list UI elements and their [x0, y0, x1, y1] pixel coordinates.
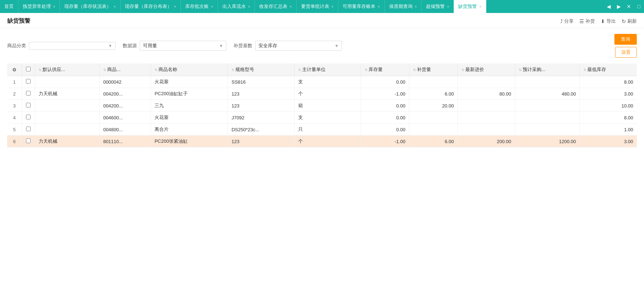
data-table: ⚙⇅默认供应...⇅商品...⇅商品名称⇅规格型号⇅主计量单位⇅库存量⇅补货量⇅…	[7, 63, 637, 147]
th-label-supplier: 默认供应...	[43, 66, 65, 73]
table-row: 5004800...离合片DS250*23c...只0.001.00	[7, 124, 637, 136]
refresh-button[interactable]: ↻ 刷新	[622, 18, 637, 25]
export-button[interactable]: ⬇ 导出	[601, 18, 616, 25]
tab-close-demand[interactable]: ×	[331, 4, 334, 9]
cell-supplier-1: 力天机械	[39, 91, 57, 96]
tab-expiry[interactable]: 保质期查询×	[385, 0, 422, 13]
tab-prev-button[interactable]: ◀	[604, 0, 614, 13]
tab-close-available[interactable]: ×	[378, 4, 380, 9]
th-label-estimated_purchase: 预计采购...	[523, 66, 545, 73]
cell-replenish-1: 6.00	[445, 91, 454, 97]
th-gear: ⚙	[7, 63, 22, 76]
tab-next-button[interactable]: ▶	[614, 0, 624, 13]
row-checkbox-2[interactable]	[26, 103, 31, 107]
tab-close-shortage[interactable]: ×	[479, 4, 481, 9]
cell-stock-1: -1.00	[395, 91, 405, 97]
table-row: 4004600...火花塞J7092支0.008.00	[7, 112, 637, 124]
export-icon: ⬇	[601, 18, 605, 24]
tab-available[interactable]: 可用量库存账本×	[338, 0, 384, 13]
tab-shortage[interactable]: 缺货预警×	[454, 0, 486, 13]
sort-icon-unit: ⇅	[298, 68, 301, 72]
page-title: 缺货预警	[7, 17, 30, 25]
share-button[interactable]: ⤴ 分享	[560, 18, 574, 25]
tab-close-inout[interactable]: ×	[248, 4, 250, 9]
th-spec[interactable]: ⇅规格型号	[228, 63, 295, 76]
datasource-value: 可用量	[143, 43, 157, 49]
cell-product_code-5: 801110...	[103, 139, 123, 144]
row-number: 3	[13, 103, 16, 109]
cell-product_name-3: 火花塞	[155, 115, 169, 120]
th-estimated_purchase[interactable]: ⇅预计采购...	[515, 63, 580, 76]
datasource-select[interactable]: 可用量 ▼	[140, 41, 226, 51]
tab-close-stock-status[interactable]: ×	[113, 4, 116, 9]
cell-estimated_purchase-1: 480.00	[562, 91, 576, 97]
cell-min_stock-4: 1.00	[624, 127, 633, 132]
replenish-base-select[interactable]: 安全库存 ▼	[255, 41, 342, 51]
tab-home[interactable]: 首页	[0, 0, 18, 13]
tab-close-stock-dist[interactable]: ×	[174, 4, 176, 9]
cell-product_code-1: 004200...	[103, 91, 123, 97]
cell-stock-5: -1.00	[395, 139, 405, 144]
th-latest_price[interactable]: ⇅最新进价	[458, 63, 515, 76]
tab-close-batch[interactable]: ×	[211, 4, 213, 9]
category-select[interactable]: ▼	[29, 42, 116, 50]
cell-min_stock-0: 8.00	[624, 79, 633, 85]
refresh-icon: ↻	[622, 18, 626, 24]
cell-spec-4: DS250*23c...	[231, 127, 259, 132]
replenish-base-value: 安全库存	[258, 43, 277, 49]
tab-overstock[interactable]: 超储预警×	[422, 0, 454, 13]
replenish-base-arrow-icon: ▼	[335, 44, 339, 48]
th-unit[interactable]: ⇅主计量单位	[295, 63, 361, 76]
th-stock[interactable]: ⇅库存量	[361, 63, 409, 76]
query-button[interactable]: 查询	[614, 34, 637, 45]
tab-close-overstock[interactable]: ×	[447, 4, 449, 9]
tab-label-demand: 要货单统计表	[301, 3, 329, 10]
tab-label-collection: 收发存汇总表	[259, 3, 287, 10]
tab-maximize-button[interactable]: □	[634, 0, 644, 13]
sort-icon-product_code: ⇅	[103, 68, 106, 72]
cell-replenish-2: 20.00	[442, 103, 454, 109]
tab-stock-status[interactable]: 现存量（库存状况表）×	[60, 0, 120, 13]
tab-batch[interactable]: 库存批次账×	[181, 0, 218, 13]
gear-icon[interactable]: ⚙	[12, 67, 17, 72]
tab-label-available: 可用量库存账本	[343, 3, 375, 10]
tab-collection[interactable]: 收发存汇总表×	[255, 0, 296, 13]
tab-close-collection[interactable]: ×	[290, 4, 292, 9]
sort-icon-min_stock: ⇅	[583, 68, 586, 72]
cell-unit-2: 箱	[298, 103, 303, 108]
tab-label-home: 首页	[4, 3, 14, 10]
cell-replenish-5: 6.00	[445, 139, 454, 144]
replenish-button[interactable]: ☰ 补货	[579, 18, 595, 25]
th-replenish[interactable]: ⇅补货量	[409, 63, 457, 76]
tab-close-abnormal[interactable]: ×	[53, 4, 55, 9]
row-checkbox-4[interactable]	[26, 127, 31, 131]
tab-abnormal[interactable]: 拣货异常处理×	[18, 0, 60, 13]
tab-label-abnormal: 拣货异常处理	[23, 3, 51, 10]
th-label-unit: 主计量单位	[302, 66, 326, 73]
cell-stock-4: 0.00	[396, 127, 405, 132]
tab-label-inout: 出入库流水	[222, 3, 246, 10]
tab-close-expiry[interactable]: ×	[415, 4, 417, 9]
tab-inout[interactable]: 出入库流水×	[218, 0, 255, 13]
th-product_code[interactable]: ⇅商品...	[99, 63, 151, 76]
select-all-checkbox[interactable]	[26, 67, 31, 71]
tab-close-all-button[interactable]: ✕	[624, 0, 634, 13]
row-checkbox-3[interactable]	[26, 115, 31, 119]
th-product_name[interactable]: ⇅商品名称	[151, 63, 228, 76]
th-label-replenish: 补货量	[417, 66, 431, 73]
export-label: 导出	[606, 18, 616, 25]
share-label: 分享	[564, 18, 574, 25]
row-checkbox-1[interactable]	[26, 91, 31, 96]
th-supplier[interactable]: ⇅默认供应...	[35, 63, 99, 76]
cell-product_code-4: 004800...	[103, 127, 123, 132]
header-actions: ⤴ 分享 ☰ 补货 ⬇ 导出 ↻ 刷新	[560, 18, 637, 25]
cell-spec-2: 123	[231, 103, 239, 109]
datasource-label: 数据源	[123, 43, 137, 49]
row-checkbox-5[interactable]	[26, 138, 31, 143]
setting-button[interactable]: 设置	[615, 47, 637, 58]
tab-stock-dist[interactable]: 现存量（库存分布表）×	[121, 0, 181, 13]
th-min_stock[interactable]: ⇅最低库存	[580, 63, 637, 76]
cell-supplier-5: 力天机械	[39, 138, 57, 144]
row-checkbox-0[interactable]	[26, 79, 31, 84]
tab-demand[interactable]: 要货单统计表×	[297, 0, 338, 13]
